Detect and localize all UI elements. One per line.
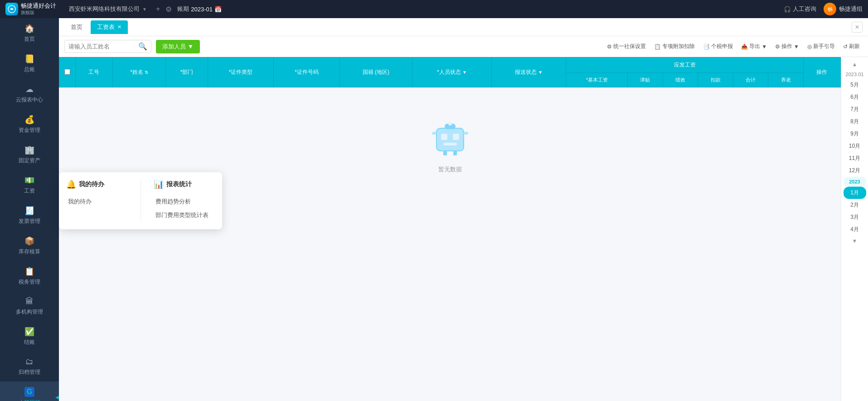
headset-icon: 🎧 bbox=[784, 6, 791, 13]
sidebar-item-tax[interactable]: 📋 税务管理 bbox=[0, 261, 59, 291]
settlement-icon: ✅ bbox=[24, 327, 34, 337]
search-box: 🔍 bbox=[64, 40, 151, 53]
report-icon: 📊 bbox=[154, 179, 164, 189]
operate-chevron-icon: ▼ bbox=[794, 43, 799, 50]
svg-rect-4 bbox=[443, 143, 457, 145]
add-company-icon[interactable]: + bbox=[156, 5, 160, 13]
col-checkbox[interactable] bbox=[59, 58, 76, 87]
col-name: *姓名 ⇅ bbox=[112, 58, 165, 87]
sidebar-item-xiaochang[interactable]: G 小畅报销 ◀ bbox=[0, 382, 59, 401]
empty-text: 暂无数据 bbox=[438, 165, 462, 174]
month-5-2022[interactable]: 5月 bbox=[844, 79, 866, 91]
newguide-btn[interactable]: ◎ 新手引导 bbox=[805, 41, 838, 52]
svg-rect-2 bbox=[441, 134, 447, 140]
popup-link-my-todo[interactable]: 我的待办 bbox=[66, 195, 128, 208]
sidebar: 🏠 首页 📒 总账 ☁ 云报表中心 💰 资金管理 🏢 固定资产 💵 工资 🧾 发… bbox=[0, 18, 59, 401]
tab-salary-table[interactable]: 工资表 ✕ bbox=[91, 20, 128, 34]
col-basic-salary: *基本工资 bbox=[566, 73, 628, 87]
col-dept: *部门 bbox=[166, 58, 208, 87]
sidebar-item-multi[interactable]: 🏛 多机构管理 bbox=[0, 291, 59, 321]
tax-icon: 📋 bbox=[24, 266, 34, 276]
export-icon: 📤 bbox=[741, 43, 748, 50]
settings-icon[interactable]: ⚙ bbox=[165, 5, 172, 14]
sidebar-item-ledger[interactable]: 📒 总账 bbox=[0, 48, 59, 79]
col-total: 合计 bbox=[733, 73, 768, 87]
todo-icon: 🔔 bbox=[66, 179, 76, 189]
empty-illustration bbox=[427, 115, 473, 160]
month-2-2023[interactable]: 2月 bbox=[844, 199, 866, 211]
popup-section: 🔔 我的待办 我的待办 📊 报表统计 费用趋势分析 部门费用类型统计表 bbox=[66, 179, 215, 222]
col-deduct: 扣款 bbox=[698, 73, 733, 87]
special-deduct-btn[interactable]: 📋 专项附加扣除 bbox=[651, 41, 698, 52]
report-filter-icon[interactable]: ▼ bbox=[538, 70, 543, 75]
month-4-2023[interactable]: 4月 bbox=[844, 223, 866, 236]
sidebar-item-funds[interactable]: 💰 资金管理 bbox=[0, 109, 59, 140]
sidebar-item-home[interactable]: 🏠 首页 bbox=[0, 18, 59, 48]
add-employee-btn[interactable]: 添加人员 ▼ bbox=[156, 40, 200, 53]
sort-icon[interactable]: ⇅ bbox=[145, 70, 148, 75]
popup-todo-title: 🔔 我的待办 bbox=[66, 179, 128, 189]
month-6-2022[interactable]: 6月 bbox=[844, 91, 866, 103]
month-nav-up[interactable]: ▲ bbox=[849, 59, 860, 70]
month-8-2022[interactable]: 8月 bbox=[844, 116, 866, 128]
sidebar-item-salary[interactable]: 💵 工资 bbox=[0, 170, 59, 200]
search-icon[interactable]: 🔍 bbox=[138, 42, 147, 51]
popup-menu: 🔔 我的待办 我的待办 📊 报表统计 费用趋势分析 部门费用类型统计表 bbox=[59, 172, 222, 229]
sidebar-item-invoice[interactable]: 🧾 发票管理 bbox=[0, 200, 59, 231]
col-performance: 绩效 bbox=[663, 73, 698, 87]
operate-btn[interactable]: ⚙ 操作 ▼ bbox=[772, 41, 802, 52]
xiaochang-icon: G bbox=[24, 387, 34, 397]
inventory-icon: 📦 bbox=[24, 236, 34, 246]
col-cert-no: *证件号码 bbox=[274, 58, 340, 87]
archive-icon: 🗂 bbox=[25, 357, 34, 367]
month-9-2022[interactable]: 9月 bbox=[844, 128, 866, 140]
window-close-btn[interactable]: ✕ bbox=[852, 22, 863, 33]
tab-close-icon[interactable]: ✕ bbox=[117, 24, 121, 30]
app-name: 畅捷通好会计 旗舰版 bbox=[21, 2, 56, 16]
logo-area: 畅捷通好会计 旗舰版 bbox=[5, 2, 60, 16]
sidebar-item-assets[interactable]: 🏢 固定资产 bbox=[0, 140, 59, 170]
sidebar-item-cloud[interactable]: ☁ 云报表中心 bbox=[0, 79, 59, 109]
popup-link-dept-expense[interactable]: 部门费用类型统计表 bbox=[154, 208, 215, 222]
period-info: 账期 2023-01 📅 bbox=[177, 5, 222, 13]
svg-point-10 bbox=[448, 122, 452, 126]
tax-report-icon: 📑 bbox=[703, 43, 710, 50]
svg-rect-8 bbox=[453, 151, 457, 155]
col-status: *人员状态 ▼ bbox=[412, 58, 492, 87]
refresh-btn[interactable]: ↺ 刷新 bbox=[840, 41, 863, 52]
company-chevron-icon: ▼ bbox=[142, 7, 147, 12]
month-nav-down[interactable]: ▼ bbox=[849, 236, 860, 246]
month-3-2023[interactable]: 3月 bbox=[844, 211, 866, 223]
select-all-checkbox[interactable] bbox=[64, 69, 70, 75]
popup-link-expense-trend[interactable]: 费用趋势分析 bbox=[154, 195, 215, 208]
customer-service-btn[interactable]: 🎧 人工咨询 bbox=[784, 5, 816, 13]
month-7-2022[interactable]: 7月 bbox=[844, 103, 866, 116]
sidebar-item-archive[interactable]: 🗂 归档管理 bbox=[0, 352, 59, 382]
month-12-2022[interactable]: 12月 bbox=[844, 164, 866, 177]
tab-home[interactable]: 首页 bbox=[64, 20, 89, 34]
social-insurance-btn[interactable]: ⚙ 统一社保设置 bbox=[604, 41, 649, 52]
month-sidebar: ▲ 2023.01 5月 6月 7月 8月 9月 10月 11月 12月 202… bbox=[841, 57, 868, 401]
month-10-2022[interactable]: 10月 bbox=[844, 140, 866, 152]
month-1-2023[interactable]: 1月 bbox=[844, 187, 866, 199]
tax-report-btn[interactable]: 📑 个税申报 bbox=[700, 41, 736, 52]
social-insurance-icon: ⚙ bbox=[607, 43, 612, 50]
company-selector[interactable]: 西安虾米网络科技有限公司 ▼ bbox=[65, 3, 150, 15]
invoice-icon: 🧾 bbox=[24, 206, 34, 216]
col-salary-group: 应发工资 bbox=[566, 58, 804, 73]
col-pension: 养老 bbox=[768, 73, 804, 87]
year-2023-label: 2023 bbox=[844, 177, 866, 187]
col-bonus: 津贴 bbox=[628, 73, 663, 87]
month-11-2022[interactable]: 11月 bbox=[844, 152, 866, 164]
toolbar-right: ⚙ 统一社保设置 📋 专项附加扣除 📑 个税申报 📤 导出 ▼ ⚙ bbox=[604, 41, 863, 52]
status-filter-icon[interactable]: ▼ bbox=[462, 70, 467, 75]
calendar-icon[interactable]: 📅 bbox=[214, 6, 222, 13]
year-2022-label: 2023.01 bbox=[846, 70, 864, 79]
svg-rect-3 bbox=[453, 134, 459, 140]
sidebar-item-inventory[interactable]: 📦 库存核算 bbox=[0, 231, 59, 261]
export-btn[interactable]: 📤 导出 ▼ bbox=[738, 41, 770, 52]
svg-rect-6 bbox=[464, 132, 468, 135]
search-input[interactable] bbox=[68, 43, 136, 50]
tab-bar-right: ✕ bbox=[852, 22, 863, 33]
sidebar-item-settlement[interactable]: ✅ 结账 bbox=[0, 321, 59, 352]
